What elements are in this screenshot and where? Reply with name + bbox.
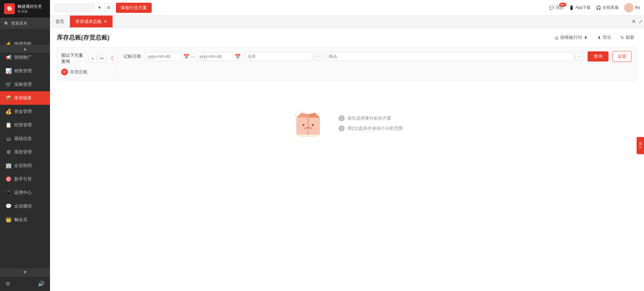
settings-footer-icon[interactable]: ⚙ [5,281,10,287]
goods-field: ··· [326,52,584,61]
app-logo: 畅 畅捷通好生意 标准版 [0,0,50,18]
app-name: 畅捷通好生意 [18,4,42,9]
settings-gear-icon[interactable]: ⚙ [104,3,113,12]
audio-footer-icon[interactable]: 🔊 [38,281,45,287]
warehouse-input[interactable] [245,52,312,61]
add-filter-button[interactable]: + [89,54,97,63]
sidebar-item-funds[interactable]: 💰 资金管理 [0,105,50,118]
scheme-panel: 按以下方案查询 + ✏ 《 存 存货总账 [57,48,118,80]
tab-home[interactable]: 首页 [50,16,70,27]
sidebar-item-system[interactable]: ⚙ 系统管理 [0,145,50,159]
scroll-up-button[interactable]: ▲ [0,45,50,53]
query-filter-row: 记账日期 📅 — 📅 ··· [123,51,631,62]
date-end-input[interactable] [196,52,233,61]
date-start-input[interactable] [145,52,182,61]
app-download-button[interactable]: 📱 App下载 [569,5,591,10]
export-icon: ⬇ [597,35,601,40]
page-actions: 🖨 按模板打印 ▼ ⬇ 导出 ↻ 刷新 [552,33,637,42]
sidebar-item-label: 资金管理 [14,108,32,115]
refresh-button[interactable]: ↻ 刷新 [618,33,637,42]
marketing-icon: 📢 [5,54,11,60]
sidebar-item-basic[interactable]: 🗂 基础信息 [0,132,50,145]
system-icon: ⚙ [5,149,11,155]
edit-filter-button[interactable]: ✏ [98,54,106,63]
search-menu[interactable]: 🔍 搜索菜单 [0,18,50,29]
logo-icon: 畅 [4,3,15,14]
sidebar-item-beginner[interactable]: 🎯 新手引导 [0,172,50,186]
page-header: 库存总账(存货总账) 🖨 按模板打印 ▼ ⬇ 导出 ↻ 刷新 [57,33,637,42]
beginner-icon: 🎯 [5,176,11,182]
sidebar-item-marketing[interactable]: 📢 营销推广 [0,51,50,64]
sidebar-item-inventory[interactable]: 📦 库存核算 [0,91,50,105]
panel-close-button[interactable]: ✕ [630,16,637,27]
calendar-end-icon[interactable]: 📅 [235,54,241,59]
empty-hints: 1 请先选择要分析的方案 2 用[过滤]条件来缩小分析范围 [339,115,402,131]
search-icon: 🔍 [4,21,9,26]
warehouse-more-button[interactable]: ··· [314,52,322,60]
top-bar-right: 💬 消息 99+ 📱 App下载 🎧 在线客服 Rit [549,3,640,13]
headset-icon: 🎧 [596,5,601,10]
right-panel-button[interactable]: Rit [637,137,644,154]
online-service-button[interactable]: 🎧 在线客服 [596,5,619,10]
svg-text:✦: ✦ [318,113,319,115]
scheme-item-icon: 存 [61,69,68,75]
top-bar-left: ▼ ⚙ 体验行业方案 [54,3,546,13]
sidebar-item-label: 采购管理 [14,81,32,88]
sidebar-item-wechat[interactable]: 💬 企业微信 [0,199,50,213]
sidebar-item-app-center[interactable]: 📱 应用中心 [0,186,50,199]
sidebar-item-label: 畅会员 [14,217,27,223]
sidebar-item-operation[interactable]: 📋 经营管理 [0,118,50,132]
enterprise-icon: 🏢 [5,163,11,169]
inventory-icon: 📦 [5,95,11,101]
scroll-down-button[interactable]: ▼ [0,268,50,276]
online-service-label: 在线客服 [602,5,619,10]
sidebar-item-label: 企业协同 [14,163,32,169]
message-badge: 99+ [559,3,566,7]
sidebar-item-label: 企业微信 [14,203,32,209]
query-filter-area: 记账日期 📅 — 📅 ··· [118,48,637,80]
sidebar-item-enterprise[interactable]: 🏢 企业协同 [0,159,50,172]
sidebar-item-purchase[interactable]: 🛒 采购管理 [0,78,50,91]
empty-state: ✦ ✦ ✦ 1 请先选择要分析的方案 2 用[过滤]条件来缩小分析范围 [57,80,637,166]
user-name: Rit [635,5,640,10]
filter-label: 按以下方案查询 [61,52,86,65]
sidebar-item-member[interactable]: 👑 畅会员 [0,213,50,226]
goods-input[interactable] [326,52,574,61]
tab-inventory-ledger[interactable]: 库存成本总账 ✕ [70,16,113,27]
dropdown-arrow-icon[interactable]: ▼ [97,5,102,10]
content-area: 库存总账(存货总账) 🖨 按模板打印 ▼ ⬇ 导出 ↻ 刷新 [50,28,644,291]
member-icon: 👑 [5,217,11,223]
sidebar-item-label: 基础信息 [14,136,32,142]
breadcrumb-input[interactable] [54,4,95,12]
sidebar-nav: ⚡ 快捷导航 📢 营销推广 📊 销售管理 🛒 采购管理 📦 库存核算 💰 资金管… [0,37,50,268]
date-range-field: 📅 — 📅 [145,52,241,61]
sidebar-item-sales[interactable]: 📊 销售管理 [0,64,50,78]
sidebar-item-label: 营销推广 [14,54,32,60]
settings-button[interactable]: 设置 [613,51,631,62]
svg-text:✦: ✦ [299,110,300,112]
svg-text:✦: ✦ [295,114,297,117]
panel-resize-button[interactable]: ⤢ [637,16,644,27]
print-template-button[interactable]: 🖨 按模板打印 ▼ [552,33,591,42]
print-icon: 🖨 [554,35,559,40]
filter-header: 按以下方案查询 + ✏ 《 [57,50,118,67]
user-menu[interactable]: Rit [624,3,640,13]
warehouse-field: ··· [245,52,322,61]
industry-solution-button[interactable]: 体验行业方案 [116,3,152,13]
export-button[interactable]: ⬇ 导出 [595,33,614,42]
page-title: 库存总账(存货总账) [57,33,109,42]
empty-illustration: ✦ ✦ ✦ [291,107,325,139]
hint-item-1: 1 请先选择要分析的方案 [339,115,402,121]
basic-icon: 🗂 [5,136,11,142]
date-field-label: 记账日期 [123,53,141,59]
sidebar: 畅 畅捷通好生意 标准版 🔍 搜索菜单 ▲ ⚡ 快捷导航 📢 营销推广 📊 销售… [0,0,50,291]
collapse-filter-button[interactable]: 《 [108,55,114,62]
calendar-start-icon[interactable]: 📅 [183,54,189,59]
message-button[interactable]: 💬 消息 99+ [549,5,564,10]
scheme-item-inventory[interactable]: 存 存货总账 [57,67,118,77]
sidebar-item-label: 应用中心 [14,190,32,196]
tab-close-button[interactable]: ✕ [104,20,107,24]
svg-point-4 [312,124,314,126]
goods-more-button[interactable]: ··· [575,52,584,60]
query-button[interactable]: 查询 [588,51,609,62]
